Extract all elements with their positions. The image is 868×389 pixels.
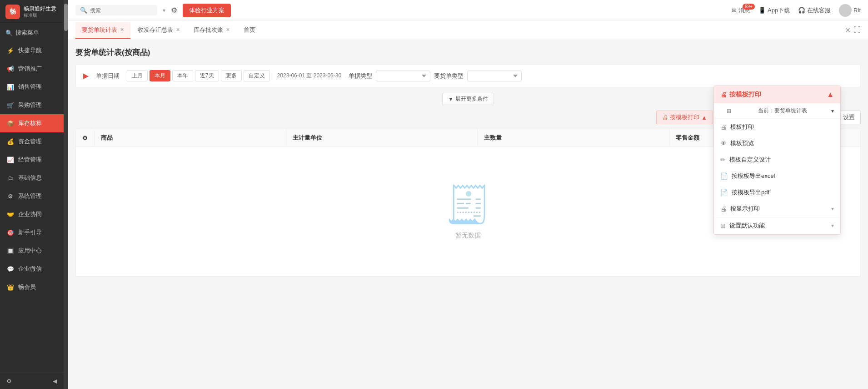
sidebar-item-operation[interactable]: 📈经营管理 [0,151,64,169]
tab-label: 首页 [244,26,255,34]
industry-btn[interactable]: 体验行业方案 [183,4,231,17]
sidebar-item-member[interactable]: 👑畅会员 [0,278,64,296]
search-icon: 🔍 [5,30,13,36]
tab-home[interactable]: 首页 [237,22,262,39]
print-item-template-export-pdf[interactable]: 📄按模板导出pdf [714,184,840,201]
print-title-icon: 🖨 [720,91,727,98]
template-print-icon: 🖨 [720,123,727,131]
app-download-btn[interactable]: 📱 App下载 [758,6,790,15]
sidebar-item-label: 库存核算 [18,119,42,127]
date-btn-近7天[interactable]: 近7天 [195,70,219,81]
sidebar-item-purchase[interactable]: 🛒采购管理 [0,96,64,114]
display-print-section: 🖨 按显示打印 ▾ [714,201,840,217]
print-item-template-print[interactable]: 🖨模板打印 [714,119,840,135]
system-icon: ⚙ [6,192,15,200]
settings-icon[interactable]: ⚙ [171,6,177,15]
tab-label: 收发存汇总表 [138,26,173,34]
tab-close-receipts-summary[interactable]: ✕ [176,27,180,33]
print-btn[interactable]: 🖨 按模板打印 ▲ [656,111,713,124]
topbar-right: ✉ 消息 99+ 📱 App下载 🎧 在线客服 Rit [732,4,861,17]
message-icon: ✉ [732,7,737,14]
sidebar-item-basic[interactable]: 🗂基础信息 [0,169,64,187]
print-item-template-design[interactable]: ✏模板自定义设计 [714,152,840,168]
date-btn-自定义[interactable]: 自定义 [244,70,270,81]
finance-icon: 💰 [6,137,15,146]
display-print-item[interactable]: 🖨 按显示打印 ▾ [714,201,840,217]
print-dropdown-header: 🖨 按模板打印 ▲ [714,86,840,103]
tab-receipts-summary[interactable]: 收发存汇总表✕ [131,22,186,39]
sidebar-item-inventory[interactable]: 📦库存核算 [0,114,64,132]
search-input[interactable] [90,7,145,14]
quick-nav-icon: ⚡ [6,46,15,55]
settings-icon[interactable]: ⚙ [6,378,12,384]
expand-btn[interactable]: ▼ 展开更多条件 [442,93,494,105]
sidebar-item-label: 企业微信 [18,265,42,273]
sidebar-item-corp[interactable]: 🤝企业协同 [0,205,64,223]
maximize-btn[interactable]: ⛶ [853,26,861,35]
date-btn-本月[interactable]: 本月 [150,70,170,81]
print-dropdown: 🖨 按模板打印 ▲ ⊞ 当前：要货单统计表 ▾ 🖨模板打印👁模板预览✏模板自定义… [713,86,841,235]
sidebar-item-corp-wechat[interactable]: 💬企业微信 [0,260,64,278]
sidebar-footer: ⚙ ◀ [0,373,64,389]
col-header-2: 主计量单位 [286,129,478,147]
template-export-pdf-icon: 📄 [720,189,728,196]
print-item-template-preview[interactable]: 👁模板预览 [714,135,840,152]
sidebar-search[interactable]: 🔍 搜索菜单 [0,24,64,41]
date-btn-更多[interactable]: 更多 [221,70,242,81]
date-btn-本年[interactable]: 本年 [172,70,193,81]
print-dropdown-close[interactable]: ▲ [827,91,834,99]
collapse-icon[interactable]: ◀ [53,378,57,384]
scrollbar-thumb[interactable] [64,4,68,31]
sidebar-item-sales[interactable]: 📊销售管理 [0,78,64,96]
scrollbar-track[interactable] [64,0,68,389]
sidebar-item-label: 资金管理 [18,137,42,146]
topbar-search-box[interactable]: 🔍 [75,5,157,15]
page-content: 要货单统计表(按商品) ▶ 单据日期 上月本月本年近7天更多自定义 2023-0… [68,40,868,389]
settings-col-icon[interactable]: ⚙ [82,135,88,141]
tab-order-stats[interactable]: 要货单统计表✕ [75,22,130,39]
order-type-select[interactable] [467,71,522,81]
sidebar-item-label: 销售管理 [18,83,42,91]
online-service-btn[interactable]: 🎧 在线客服 [798,6,831,15]
dropdown-chevron-icon[interactable]: ▾ [163,7,165,14]
sidebar-item-app-center[interactable]: 🔲应用中心 [0,242,64,260]
app-version: 标准版 [24,12,56,19]
sidebar-item-label: 企业协同 [18,210,42,218]
col-header-1: 商品 [95,129,286,147]
filter-expand-icon[interactable]: ▶ [83,71,89,80]
member-icon: 👑 [6,283,15,291]
template-preview-icon: 👁 [720,140,727,147]
print-dropdown-title: 🖨 按模板打印 [720,91,761,99]
print-item-template-export-excel[interactable]: 📄按模板导出excel [714,168,840,184]
sidebar-item-label: 营销推广 [18,65,42,73]
tab-close-order-stats[interactable]: ✕ [120,27,124,33]
template-design-icon: ✏ [720,156,726,163]
set-default-item[interactable]: ⊞ 设置默认功能 ▾ [714,217,840,234]
service-icon: 🎧 [798,7,805,14]
sidebar-item-system[interactable]: ⚙系统管理 [0,187,64,205]
close-window-btn[interactable]: ✕ [845,26,851,35]
print-item-label: 模板预览 [730,139,754,147]
sidebar-item-marketing[interactable]: 📢营销推广 [0,60,64,78]
current-template-item[interactable]: ⊞ 当前：要货单统计表 ▾ [714,103,840,118]
display-print-icon: 🖨 [720,205,727,212]
date-btn-上月[interactable]: 上月 [127,70,148,81]
sidebar-item-guide[interactable]: 🎯新手引导 [0,223,64,242]
type-select[interactable] [376,71,430,81]
messages-btn[interactable]: ✉ 消息 99+ [732,6,750,15]
user-profile[interactable]: Rit [839,4,861,17]
app-center-icon: 🔲 [6,247,15,255]
operation-icon: 📈 [6,156,15,164]
chevron-up-icon: ▲ [701,114,707,121]
app-logo: 畅 畅康通好生意 标准版 [0,0,64,24]
print-menu-items: 🖨模板打印👁模板预览✏模板自定义设计📄按模板导出excel📄按模板导出pdf [714,119,840,201]
corp-icon: 🤝 [6,210,15,218]
sidebar-item-quick-nav[interactable]: ⚡快捷导航 [0,41,64,60]
tab-label: 要货单统计表 [82,26,117,34]
guide-icon: 🎯 [6,228,15,237]
logo-icon: 畅 [5,5,20,19]
sidebar-item-label: 新手引导 [18,228,42,237]
sidebar-item-finance[interactable]: 💰资金管理 [0,132,64,151]
tab-batch-account[interactable]: 库存批次账✕ [187,22,236,39]
tab-close-batch-account[interactable]: ✕ [226,27,230,33]
